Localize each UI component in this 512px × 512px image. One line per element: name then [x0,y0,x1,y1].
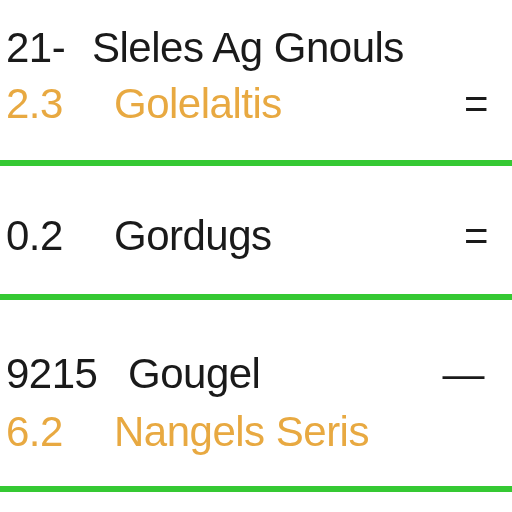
row-label: Sleles Ag Gnouls [92,24,404,72]
row-number: 0.2 [6,212,114,260]
row-number: 9215 [6,350,114,398]
row-number: 21- [6,24,90,72]
divider [0,486,512,492]
table-row: 21- Sleles Ag Gnouls [0,24,512,72]
row-label: Nangels Seris [114,408,369,456]
row-label: Gordugs [114,212,272,260]
equals-icon: = [464,80,488,128]
divider [0,160,512,166]
divider [0,294,512,300]
table-row: 6.2 Nangels Seris [0,408,512,456]
table-row: 2.3 Golelaltis = [0,80,512,128]
row-label: Gougel [128,350,260,398]
equals-icon: = [464,212,488,260]
row-label: Golelaltis [114,80,282,128]
table-row: 9215 Gougel — [0,350,512,398]
table-row: 0.2 Gordugs = [0,212,512,260]
dash-icon: — [443,350,485,398]
row-number: 2.3 [6,80,114,128]
row-number: 6.2 [6,408,114,456]
